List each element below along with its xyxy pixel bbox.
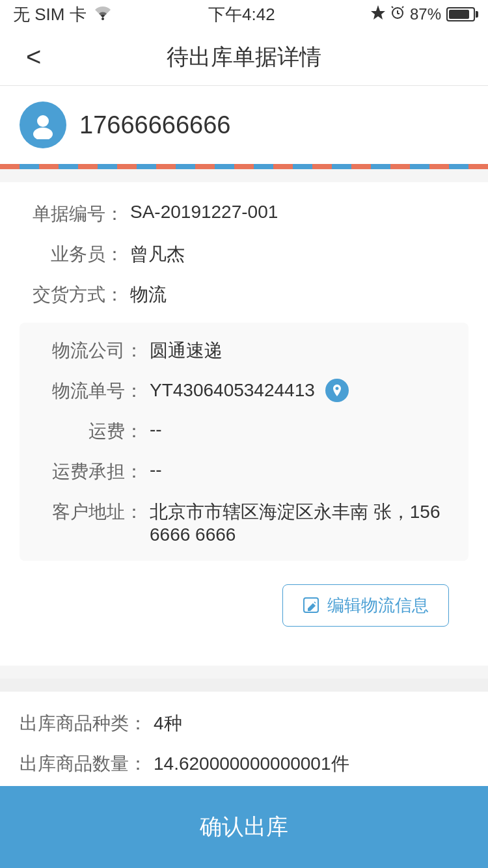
delivery-method-label: 交货方式： [20,282,124,307]
document-info-section: 单据编号： SA-20191227-001 业务员： 曾凡杰 交货方式： 物流 … [0,182,488,666]
carrier-text: 无 SIM 卡 [13,3,87,26]
location-status-icon [371,5,385,23]
page-title: 待出库单据详情 [167,42,321,72]
wifi-icon [93,5,113,25]
freight-bearer-value: -- [150,459,449,480]
freight-value: -- [150,419,449,440]
goods-quantity-value: 14.620000000000001件 [154,752,468,776]
customer-header: 17666666666 [0,86,488,164]
customer-phone: 17666666666 [79,111,230,139]
status-bar: 无 SIM 卡 下午4:42 87% [0,0,488,29]
goods-types-value: 4种 [154,711,468,736]
address-value: 北京市市辖区海淀区永丰南 张，156 6666 6666 [150,500,449,545]
battery-icon [446,7,475,21]
nav-bar: < 待出库单据详情 [0,29,488,86]
avatar [20,102,66,148]
time-text: 下午4:42 [208,3,275,26]
svg-point-0 [102,18,104,20]
logistics-card: 物流公司： 圆通速递 物流单号： YT43064053424413 运费： --… [20,323,468,561]
address-label: 客户地址： [39,500,143,524]
location-icon[interactable] [325,379,349,402]
goods-types-label: 出库商品种类： [20,711,147,736]
freight-bearer-label: 运费承担： [39,459,143,484]
tracking-number-label: 物流单号： [39,379,143,403]
goods-section: 出库商品种类： 4种 出库商品数量： 14.620000000000001件 [0,692,488,796]
edit-logistics-button[interactable]: 编辑物流信息 [282,584,449,627]
edit-button-wrapper: 编辑物流信息 [20,574,468,646]
svg-marker-1 [371,5,385,20]
sales-person-value: 曾凡杰 [130,242,468,267]
logistics-company-label: 物流公司： [39,338,143,363]
confirm-button[interactable]: 确认出库 [20,806,468,848]
gray-divider [0,679,488,692]
back-button[interactable]: < [20,36,47,78]
delivery-method-value: 物流 [130,282,468,307]
goods-quantity-label: 出库商品数量： [20,752,147,776]
alarm-icon [390,5,405,23]
battery-text: 87% [410,5,441,23]
freight-label: 运费： [39,419,143,444]
svg-line-6 [402,7,403,8]
confirm-button-wrapper: 确认出库 [0,786,488,868]
sales-person-label: 业务员： [20,242,124,267]
logistics-company-value: 圆通速递 [150,338,449,363]
tracking-number-value: YT43064053424413 [150,379,449,402]
document-number-value: SA-20191227-001 [130,202,468,223]
svg-point-7 [37,115,49,127]
svg-line-5 [392,7,393,8]
svg-point-8 [33,128,53,139]
dashed-divider [0,164,488,169]
document-number-label: 单据编号： [20,202,124,226]
